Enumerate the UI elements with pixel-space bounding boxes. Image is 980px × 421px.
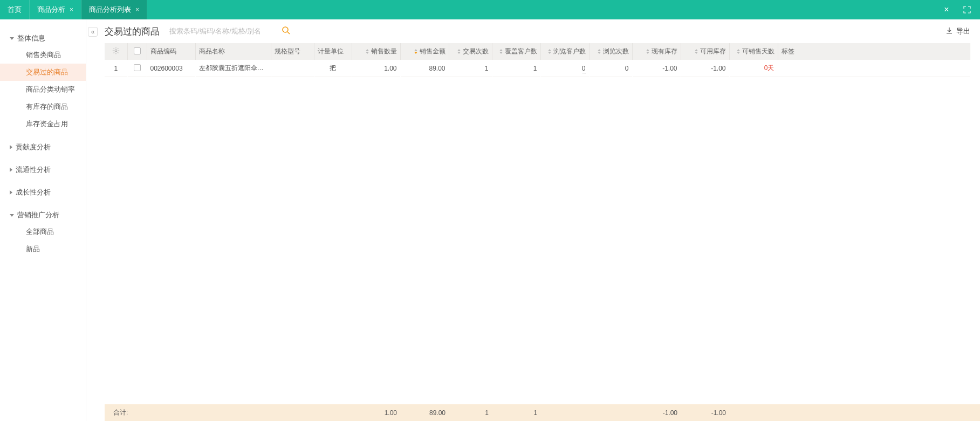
cell-days: 0天: [729, 60, 778, 77]
sidebar-group-label: 整体信息: [17, 33, 45, 43]
tab-product-analysis-list[interactable]: 商品分析列表 ×: [81, 0, 147, 19]
tabbar-actions: ×: [940, 0, 980, 19]
totals-row: 合计: 1.00 89.00 1 1 -1.00 -1.00: [105, 404, 980, 421]
totals-amount: 89.00: [400, 404, 449, 421]
col-days[interactable]: 可销售天数: [729, 43, 778, 60]
sidebar-item-all-products[interactable]: 全部商品: [0, 223, 86, 240]
cell-stock: -1.00: [632, 60, 681, 77]
col-spec[interactable]: 规格型号: [271, 43, 314, 60]
chevron-right-icon: [10, 190, 12, 195]
export-label: 导出: [956, 26, 970, 36]
col-stock[interactable]: 现有库存: [632, 43, 681, 60]
col-check[interactable]: [127, 43, 147, 60]
search-icon[interactable]: [282, 26, 290, 37]
close-icon[interactable]: ×: [70, 6, 73, 13]
col-settings[interactable]: [105, 43, 127, 60]
cell-name: 左都胶囊五折遮阳伞防晒伞: [195, 60, 271, 77]
totals-days: [729, 404, 778, 421]
sidebar-item-category-rate[interactable]: 商品分类动销率: [0, 81, 86, 98]
table-header-row: 商品编码 商品名称 规格型号 计量单位 销售数量 销售金额 交易次数 覆盖客户数…: [105, 43, 970, 60]
export-icon: [945, 27, 953, 36]
sidebar-group-label: 流通性分析: [16, 165, 51, 175]
page-title: 交易过的商品: [105, 25, 160, 38]
chevron-down-icon: [10, 37, 14, 40]
chevron-right-icon: [10, 145, 12, 149]
col-code[interactable]: 商品编码: [147, 43, 195, 60]
sidebar-item-new-products[interactable]: 新品: [0, 240, 86, 258]
sidebar-group-label: 成长性分析: [16, 188, 51, 197]
tab-label: 商品分析列表: [89, 5, 131, 15]
sidebar-group-contribution[interactable]: 贡献度分析: [0, 139, 86, 155]
tab-label: 首页: [8, 5, 22, 15]
col-avail[interactable]: 可用库存: [681, 43, 729, 60]
cell-customers: 1: [492, 60, 540, 77]
svg-point-0: [283, 27, 288, 32]
sidebar-group-liquidity[interactable]: 流通性分析: [0, 162, 86, 178]
tab-label: 商品分析: [37, 5, 65, 15]
cell-trades: 1: [449, 60, 492, 77]
close-icon[interactable]: ×: [135, 6, 139, 13]
totals-qty: 1.00: [352, 404, 400, 421]
sidebar: 整体信息 销售类商品 交易过的商品 商品分类动销率 有库存的商品 库存资金占用 …: [0, 19, 86, 421]
tab-bar: 首页 商品分析 × 商品分析列表 × ×: [0, 0, 980, 19]
totals-trades: 1: [449, 404, 492, 421]
tab-product-analysis[interactable]: 商品分析 ×: [30, 0, 81, 19]
totals-label: 合计:: [105, 404, 147, 421]
col-customers[interactable]: 覆盖客户数: [492, 43, 540, 60]
search-input[interactable]: [169, 25, 277, 38]
cell-code: 002600003: [147, 60, 195, 77]
totals-views: [589, 404, 632, 421]
tab-home[interactable]: 首页: [0, 0, 30, 19]
sidebar-group-overall[interactable]: 整体信息: [0, 30, 86, 46]
cell-view-customers[interactable]: 0: [540, 60, 589, 77]
sidebar-item-stock-products[interactable]: 有库存的商品: [0, 98, 86, 115]
totals-avail: -1.00: [681, 404, 729, 421]
chevron-right-icon: [10, 168, 12, 172]
sidebar-group-label: 营销推广分析: [17, 210, 59, 220]
data-table: 商品编码 商品名称 规格型号 计量单位 销售数量 销售金额 交易次数 覆盖客户数…: [105, 43, 970, 77]
svg-point-1: [115, 50, 117, 52]
fullscreen-icon[interactable]: [961, 3, 974, 16]
cell-qty: 1.00: [352, 60, 400, 77]
sidebar-item-sales-products[interactable]: 销售类商品: [0, 46, 86, 64]
cell-views: 0: [589, 60, 632, 77]
cell-unit: 把: [314, 60, 352, 77]
row-check[interactable]: [127, 60, 147, 77]
sidebar-item-traded-products[interactable]: 交易过的商品: [0, 64, 86, 81]
cell-tags: [778, 60, 970, 77]
sidebar-group-marketing[interactable]: 营销推广分析: [0, 207, 86, 223]
totals-table: 合计: 1.00 89.00 1 1 -1.00 -1.00: [105, 404, 980, 421]
sidebar-group-label: 贡献度分析: [16, 142, 51, 152]
export-button[interactable]: 导出: [945, 26, 970, 36]
sidebar-item-stock-capital[interactable]: 库存资金占用: [0, 115, 86, 133]
col-trades[interactable]: 交易次数: [449, 43, 492, 60]
totals-customers: 1: [492, 404, 540, 421]
totals-view-customers: [540, 404, 589, 421]
row-index: 1: [105, 60, 127, 77]
chevron-down-icon: [10, 214, 14, 217]
col-amount[interactable]: 销售金额: [400, 43, 449, 60]
cell-spec: [271, 60, 314, 77]
col-qty[interactable]: 销售数量: [352, 43, 400, 60]
cell-amount: 89.00: [400, 60, 449, 77]
collapse-sidebar-button[interactable]: «: [88, 27, 98, 37]
cell-avail: -1.00: [681, 60, 729, 77]
totals-stock: -1.00: [632, 404, 681, 421]
table-row[interactable]: 1 002600003 左都胶囊五折遮阳伞防晒伞 把 1.00 89.00 1 …: [105, 60, 970, 77]
col-name[interactable]: 商品名称: [195, 43, 271, 60]
col-view-customers[interactable]: 浏览客户数: [540, 43, 589, 60]
col-views[interactable]: 浏览次数: [589, 43, 632, 60]
sidebar-group-growth[interactable]: 成长性分析: [0, 184, 86, 201]
col-unit[interactable]: 计量单位: [314, 43, 352, 60]
col-tags[interactable]: 标签: [778, 43, 970, 60]
close-all-icon[interactable]: ×: [940, 3, 953, 16]
